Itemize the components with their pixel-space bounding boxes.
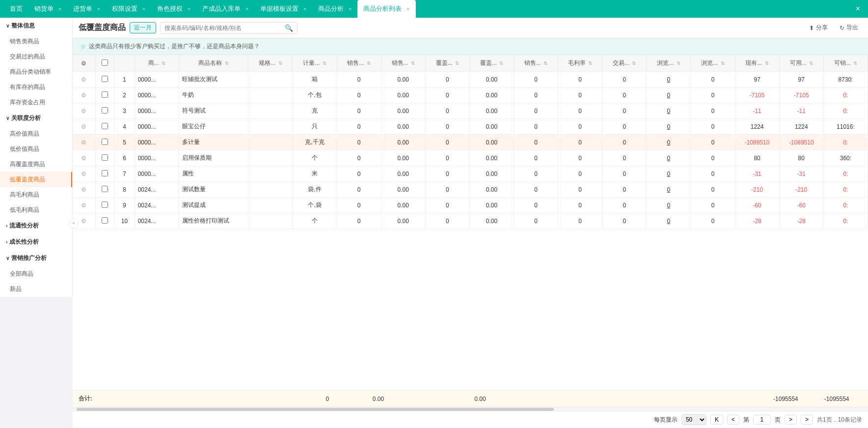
sidebar-item-traded-goods[interactable]: 交易过的商品: [0, 49, 72, 64]
sidebar-item-sales-goods[interactable]: 销售类商品: [0, 34, 72, 49]
nav-permissions[interactable]: 权限设置 ×: [106, 0, 151, 18]
col-sales3[interactable]: 销售... ⇅: [514, 55, 558, 72]
search-input[interactable]: [164, 25, 283, 31]
close-goods-analysis-icon[interactable]: ×: [349, 6, 352, 12]
horizontal-scrollbar[interactable]: [73, 407, 868, 411]
row-browse1[interactable]: 0: [647, 72, 691, 87]
nav-roles[interactable]: 角色授权 ×: [151, 0, 196, 18]
sidebar-item-low-coverage[interactable]: 低覆盖度商品: [0, 172, 72, 187]
row-checkbox[interactable]: [95, 72, 114, 87]
table-wrapper[interactable]: ⚙ 商... ⇅ 商品名称 ⇅ 规格... ⇅ 计量... ⇅ 销售... ⇅ …: [73, 55, 868, 390]
col-gross[interactable]: 毛利率 ⇅: [558, 55, 602, 72]
col-stock1[interactable]: 现有... ⇅: [735, 55, 779, 72]
row-gear[interactable]: ⚙: [73, 150, 95, 166]
nav-templates[interactable]: 单据模板设置 ×: [254, 0, 312, 18]
col-saleable[interactable]: 可销... ⇅: [823, 55, 868, 72]
nav-goods-analysis[interactable]: 商品分析 ×: [312, 0, 357, 18]
col-unit[interactable]: 计量... ⇅: [293, 55, 337, 72]
row-browse1[interactable]: 0: [647, 166, 691, 182]
sidebar-item-high-profit[interactable]: 高毛利商品: [0, 187, 72, 202]
sidebar-item-high-coverage[interactable]: 高覆盖度商品: [0, 157, 72, 172]
row-checkbox[interactable]: [95, 150, 114, 166]
row-browse1[interactable]: 0: [647, 135, 691, 150]
close-goods-list-icon[interactable]: ×: [407, 6, 409, 12]
col-coverage2[interactable]: 覆盖... ⇅: [469, 55, 514, 72]
sidebar-collapse-button[interactable]: «: [69, 218, 79, 228]
row-select-checkbox[interactable]: [102, 217, 108, 224]
row-browse1[interactable]: 0: [647, 87, 691, 103]
col-coverage1[interactable]: 覆盖... ⇅: [425, 55, 469, 72]
row-gear[interactable]: ⚙: [73, 119, 95, 135]
row-checkbox[interactable]: [95, 166, 114, 182]
close-templates-icon[interactable]: ×: [303, 6, 306, 12]
row-select-checkbox[interactable]: [102, 76, 108, 82]
page-size-select[interactable]: 50 100 200: [681, 414, 706, 425]
sidebar-section-relation[interactable]: ∨ 关联度分析: [0, 110, 72, 126]
sidebar-item-high-value[interactable]: 高价值商品: [0, 126, 72, 142]
sidebar-item-category-rate[interactable]: 商品分类动销率: [0, 64, 72, 80]
sidebar-item-low-value[interactable]: 低价值商品: [0, 142, 72, 157]
sidebar-item-in-stock[interactable]: 有库存的商品: [0, 80, 72, 95]
last-page-button[interactable]: >: [801, 415, 813, 425]
page-number-input[interactable]: [753, 415, 771, 425]
sidebar-item-low-profit[interactable]: 低毛利商品: [0, 202, 72, 218]
close-permissions-icon[interactable]: ×: [142, 6, 145, 12]
nav-close-all-button[interactable]: ×: [852, 4, 864, 13]
col-browse1[interactable]: 浏览... ⇅: [647, 55, 691, 72]
row-select-checkbox[interactable]: [102, 186, 108, 192]
row-browse1[interactable]: 0: [647, 198, 691, 213]
row-checkbox[interactable]: [95, 103, 114, 119]
close-products-icon[interactable]: ×: [245, 6, 248, 12]
search-icon[interactable]: 🔍: [285, 24, 293, 32]
row-select-checkbox[interactable]: [102, 123, 108, 129]
sidebar-section-marketing[interactable]: ∨ 营销推广分析: [0, 250, 72, 266]
col-stock2[interactable]: 可用... ⇅: [779, 55, 823, 72]
col-gear[interactable]: ⚙: [73, 55, 95, 72]
col-browse2[interactable]: 浏览... ⇅: [691, 55, 735, 72]
close-purchase-icon[interactable]: ×: [97, 6, 100, 12]
col-sales-qty[interactable]: 销售... ⇅: [337, 55, 381, 72]
row-checkbox[interactable]: [95, 135, 114, 150]
row-gear[interactable]: ⚙: [73, 103, 95, 119]
row-browse1[interactable]: 0: [647, 150, 691, 166]
row-gear[interactable]: ⚙: [73, 87, 95, 103]
share-button[interactable]: ⬆ 分享: [805, 22, 832, 34]
row-checkbox[interactable]: [95, 198, 114, 213]
first-page-button[interactable]: K: [710, 415, 723, 425]
row-browse1[interactable]: 0: [647, 103, 691, 119]
row-gear[interactable]: ⚙: [73, 166, 95, 182]
row-select-checkbox[interactable]: [102, 170, 108, 176]
export-button[interactable]: ↻ 导出: [836, 22, 862, 34]
next-page-button[interactable]: >: [785, 415, 797, 425]
col-trade[interactable]: 交易... ⇅: [602, 55, 647, 72]
row-select-checkbox[interactable]: [102, 154, 108, 161]
row-checkbox[interactable]: [95, 213, 114, 229]
col-name[interactable]: 商品名称 ⇅: [179, 55, 248, 72]
close-roles-icon[interactable]: ×: [188, 6, 190, 12]
row-gear[interactable]: ⚙: [73, 198, 95, 213]
nav-products[interactable]: 产成品入库单 ×: [196, 0, 254, 18]
filter-button[interactable]: 近一月: [130, 22, 156, 33]
select-all-checkbox[interactable]: [102, 59, 108, 66]
row-select-checkbox[interactable]: [102, 91, 108, 98]
nav-goods-analysis-list[interactable]: 商品分析列表 ×: [357, 0, 415, 18]
row-select-checkbox[interactable]: [102, 201, 108, 208]
nav-sales[interactable]: 销货单 ×: [28, 0, 67, 18]
row-browse1[interactable]: 0: [647, 119, 691, 135]
prev-page-button[interactable]: <: [727, 415, 739, 425]
row-gear[interactable]: ⚙: [73, 72, 95, 87]
nav-home[interactable]: 首页: [4, 0, 28, 18]
col-sales-amt[interactable]: 销售... ⇅: [381, 55, 425, 72]
col-spec[interactable]: 规格... ⇅: [248, 55, 293, 72]
col-code[interactable]: 商... ⇅: [135, 55, 179, 72]
sidebar-section-liquidity[interactable]: › 流通性分析: [0, 218, 72, 234]
row-checkbox[interactable]: [95, 87, 114, 103]
sidebar-item-new-goods[interactable]: 新品: [0, 282, 72, 297]
row-select-checkbox[interactable]: [102, 107, 108, 114]
row-checkbox[interactable]: [95, 182, 114, 198]
sidebar-item-capital[interactable]: 库存资金占用: [0, 95, 72, 110]
row-browse1[interactable]: 0: [647, 182, 691, 198]
nav-purchase[interactable]: 进货单 ×: [67, 0, 106, 18]
sidebar-section-growth[interactable]: › 成长性分析: [0, 234, 72, 250]
close-sales-icon[interactable]: ×: [58, 6, 61, 12]
